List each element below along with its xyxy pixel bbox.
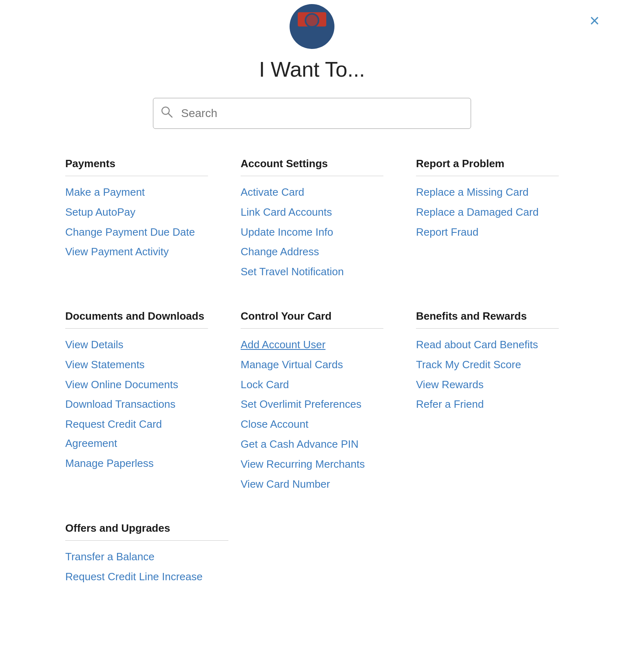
list-item: Lock Card — [241, 375, 383, 394]
list-item: View Rewards — [416, 375, 559, 394]
category-links-documents-downloads: View Details View Statements View Online… — [65, 335, 208, 473]
category-links-offers-upgrades: Transfer a Balance Request Credit Line I… — [65, 547, 228, 586]
category-title-payments: Payments — [65, 157, 208, 176]
category-report-a-problem: Report a Problem Replace a Missing Card … — [416, 157, 559, 281]
link-transfer-a-balance[interactable]: Transfer a Balance — [65, 547, 228, 566]
category-payments: Payments Make a Payment Setup AutoPay Ch… — [65, 157, 208, 281]
list-item: Change Payment Due Date — [65, 223, 208, 242]
category-account-settings: Account Settings Activate Card Link Card… — [241, 157, 383, 281]
link-request-credit-line-increase[interactable]: Request Credit Line Increase — [65, 567, 228, 586]
category-links-account-settings: Activate Card Link Card Accounts Update … — [241, 183, 383, 281]
category-title-offers-upgrades: Offers and Upgrades — [65, 522, 228, 541]
link-view-rewards[interactable]: View Rewards — [416, 375, 559, 394]
list-item: Set Overlimit Preferences — [241, 395, 383, 414]
link-get-cash-advance-pin[interactable]: Get a Cash Advance PIN — [241, 435, 383, 454]
list-item: Transfer a Balance — [65, 547, 228, 566]
link-set-overlimit-preferences[interactable]: Set Overlimit Preferences — [241, 395, 383, 414]
category-documents-downloads: Documents and Downloads View Details Vie… — [65, 310, 208, 493]
category-title-report-a-problem: Report a Problem — [416, 157, 559, 176]
svg-line-5 — [168, 114, 172, 117]
list-item: Replace a Missing Card — [416, 183, 559, 202]
svg-point-3 — [306, 15, 318, 26]
link-change-address[interactable]: Change Address — [241, 242, 383, 261]
list-item: Download Transactions — [65, 395, 208, 414]
link-update-income-info[interactable]: Update Income Info — [241, 223, 383, 242]
page-title: I Want To... — [259, 57, 365, 82]
link-track-my-credit-score[interactable]: Track My Credit Score — [416, 355, 559, 374]
list-item: Read about Card Benefits — [416, 335, 559, 354]
list-item: Make a Payment — [65, 183, 208, 202]
list-item: Add Account User — [241, 335, 383, 354]
category-title-benefits-rewards: Benefits and Rewards — [416, 310, 559, 329]
link-read-about-card-benefits[interactable]: Read about Card Benefits — [416, 335, 559, 354]
list-item: Manage Virtual Cards — [241, 355, 383, 374]
link-refer-a-friend[interactable]: Refer a Friend — [416, 395, 559, 414]
link-add-account-user[interactable]: Add Account User — [241, 335, 383, 354]
list-item: Update Income Info — [241, 223, 383, 242]
link-change-payment-due-date[interactable]: Change Payment Due Date — [65, 223, 208, 242]
link-lock-card[interactable]: Lock Card — [241, 375, 383, 394]
list-item: Activate Card — [241, 183, 383, 202]
modal-container: × I Want To... Payments Ma — [0, 0, 624, 672]
list-item: View Details — [65, 335, 208, 354]
link-close-account[interactable]: Close Account — [241, 415, 383, 434]
list-item: Replace a Damaged Card — [416, 203, 559, 222]
category-links-control-your-card: Add Account User Manage Virtual Cards Lo… — [241, 335, 383, 493]
link-activate-card[interactable]: Activate Card — [241, 183, 383, 202]
category-control-your-card: Control Your Card Add Account User Manag… — [241, 310, 383, 493]
category-links-report-a-problem: Replace a Missing Card Replace a Damaged… — [416, 183, 559, 241]
category-title-account-settings: Account Settings — [241, 157, 383, 176]
search-input[interactable] — [153, 98, 471, 129]
list-item: View Payment Activity — [65, 242, 208, 261]
link-view-card-number[interactable]: View Card Number — [241, 475, 383, 494]
header-area: I Want To... — [65, 0, 559, 133]
link-replace-damaged-card[interactable]: Replace a Damaged Card — [416, 203, 559, 222]
list-item: View Card Number — [241, 475, 383, 494]
categories-grid: Payments Make a Payment Setup AutoPay Ch… — [65, 157, 559, 493]
link-manage-paperless[interactable]: Manage Paperless — [65, 454, 208, 473]
search-icon — [161, 106, 173, 121]
list-item: Request Credit Card Agreement — [65, 415, 208, 453]
link-download-transactions[interactable]: Download Transactions — [65, 395, 208, 414]
list-item: Report Fraud — [416, 223, 559, 242]
list-item: Change Address — [241, 242, 383, 261]
category-links-payments: Make a Payment Setup AutoPay Change Paym… — [65, 183, 208, 261]
link-make-a-payment[interactable]: Make a Payment — [65, 183, 208, 202]
list-item: Track My Credit Score — [416, 355, 559, 374]
link-manage-virtual-cards[interactable]: Manage Virtual Cards — [241, 355, 383, 374]
link-setup-autopay[interactable]: Setup AutoPay — [65, 203, 208, 222]
category-offers-upgrades: Offers and Upgrades Transfer a Balance R… — [65, 522, 228, 586]
list-item: View Recurring Merchants — [241, 455, 383, 474]
category-benefits-rewards: Benefits and Rewards Read about Card Ben… — [416, 310, 559, 493]
list-item: View Online Documents — [65, 375, 208, 394]
category-title-documents-downloads: Documents and Downloads — [65, 310, 208, 329]
category-title-control-your-card: Control Your Card — [241, 310, 383, 329]
link-set-travel-notification[interactable]: Set Travel Notification — [241, 262, 383, 281]
link-report-fraud[interactable]: Report Fraud — [416, 223, 559, 242]
search-container — [153, 98, 471, 129]
list-item: Manage Paperless — [65, 454, 208, 473]
list-item: View Statements — [65, 355, 208, 374]
link-view-recurring-merchants[interactable]: View Recurring Merchants — [241, 455, 383, 474]
list-item: Setup AutoPay — [65, 203, 208, 222]
link-view-online-documents[interactable]: View Online Documents — [65, 375, 208, 394]
list-item: Get a Cash Advance PIN — [241, 435, 383, 454]
link-view-statements[interactable]: View Statements — [65, 355, 208, 374]
list-item: Request Credit Line Increase — [65, 567, 228, 586]
link-view-details[interactable]: View Details — [65, 335, 208, 354]
list-item: Set Travel Notification — [241, 262, 383, 281]
list-item: Link Card Accounts — [241, 203, 383, 222]
link-request-credit-card-agreement[interactable]: Request Credit Card Agreement — [65, 415, 208, 453]
avatar-icon — [290, 4, 334, 49]
category-links-benefits-rewards: Read about Card Benefits Track My Credit… — [416, 335, 559, 414]
close-button[interactable]: × — [589, 12, 600, 29]
link-view-payment-activity[interactable]: View Payment Activity — [65, 242, 208, 261]
list-item: Refer a Friend — [416, 395, 559, 414]
link-replace-missing-card[interactable]: Replace a Missing Card — [416, 183, 559, 202]
link-link-card-accounts[interactable]: Link Card Accounts — [241, 203, 383, 222]
list-item: Close Account — [241, 415, 383, 434]
